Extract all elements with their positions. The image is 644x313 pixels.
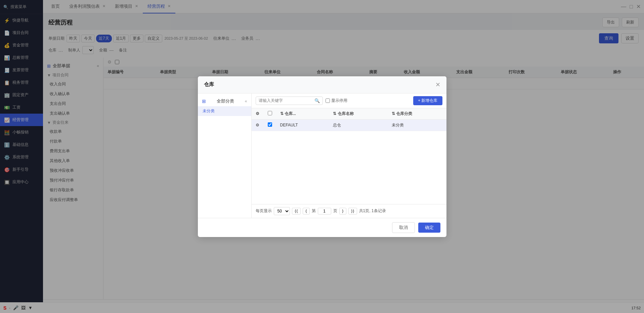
modal-left-header: ⊞ 全部分类 «: [198, 96, 251, 106]
show-disabled-label: 显示停用: [326, 98, 347, 104]
modal-right: 🔍 显示停用 + 新增仓库 ⚙: [252, 93, 446, 218]
modal-left-collapse[interactable]: «: [245, 99, 247, 104]
search-input[interactable]: [259, 98, 312, 103]
modal-overlay: 仓库 ✕ ⊞ 全部分类 « 未分类 🔍: [0, 0, 644, 313]
modal-next-page[interactable]: ⟩: [339, 208, 346, 214]
table-row[interactable]: ⚙ DEFAULT 总仓 未分类: [252, 119, 446, 131]
modal-title: 仓库: [204, 81, 214, 88]
row-settings[interactable]: ⚙: [252, 119, 264, 131]
modal-last-page[interactable]: ⟩⟩: [348, 208, 357, 214]
modal-close-button[interactable]: ✕: [435, 81, 440, 88]
modal-left-item-unclassified[interactable]: 未分类: [198, 106, 251, 116]
modal-toolbar: 🔍 显示停用 + 新增仓库: [252, 93, 446, 108]
row-name: 总仓: [329, 119, 388, 131]
modal-select-all[interactable]: [268, 111, 272, 115]
modal-body: ⊞ 全部分类 « 未分类 🔍 显示停用: [198, 93, 446, 218]
modal-total-records: 共1页, 1条记录: [359, 208, 386, 214]
modal-pagination: 每页显示 50 ⟨⟨ ⟨ 第 页 ⟩ ⟩⟩ 共1页, 1条记录: [252, 204, 446, 218]
modal-page-label: 第: [312, 208, 316, 214]
add-warehouse-button[interactable]: + 新增仓库: [413, 96, 442, 105]
modal-col-settings: ⚙: [252, 108, 264, 120]
row-checkbox[interactable]: [268, 122, 272, 127]
row-checkbox-cell: [264, 119, 276, 131]
modal-page-input[interactable]: [318, 208, 331, 214]
modal-table: ⚙ ⇅ 仓库... ⇅ 仓库名称 ⇅ 仓库分类: [252, 108, 446, 204]
modal-header: 仓库 ✕: [198, 76, 446, 93]
row-settings-icon: ⚙: [256, 123, 259, 127]
cancel-button[interactable]: 取消: [392, 222, 415, 233]
modal-col-code: ⇅ 仓库...: [276, 108, 329, 120]
search-icon-modal: 🔍: [314, 98, 320, 103]
modal-table-header: ⚙ ⇅ 仓库... ⇅ 仓库名称 ⇅ 仓库分类: [252, 108, 446, 120]
warehouse-table: ⚙ ⇅ 仓库... ⇅ 仓库名称 ⇅ 仓库分类: [252, 108, 446, 131]
row-code: DEFAULT: [276, 119, 329, 131]
row-category: 未分类: [388, 119, 446, 131]
search-box: 🔍: [256, 96, 323, 105]
modal-footer-buttons: 取消 确定: [198, 218, 446, 237]
modal-first-page[interactable]: ⟨⟨: [292, 208, 301, 214]
show-disabled-text: 显示停用: [331, 98, 347, 104]
modal-per-page-select[interactable]: 50: [274, 207, 290, 215]
modal-left-nav: ⊞ 全部分类 « 未分类: [198, 93, 252, 218]
modal-left-title: 全部分类: [217, 98, 234, 104]
modal-per-page-label: 每页显示: [256, 208, 272, 214]
modal-page-suffix: 页: [333, 208, 337, 214]
confirm-button[interactable]: 确定: [418, 223, 440, 233]
modal-col-checkbox: [264, 108, 276, 120]
show-disabled-checkbox[interactable]: [326, 99, 330, 103]
warehouse-modal: 仓库 ✕ ⊞ 全部分类 « 未分类 🔍: [198, 76, 446, 237]
modal-col-category: ⇅ 仓库分类: [388, 108, 446, 120]
modal-prev-page[interactable]: ⟨: [303, 208, 310, 214]
category-icon: ⊞: [202, 99, 206, 104]
modal-col-name: ⇅ 仓库名称: [329, 108, 388, 120]
